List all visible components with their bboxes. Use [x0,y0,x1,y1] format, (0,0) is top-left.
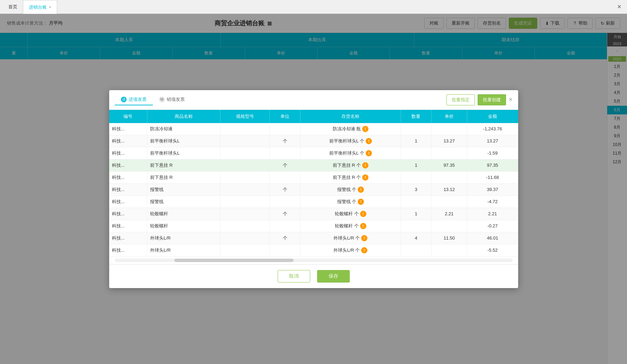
warning-icon: ! [366,138,372,144]
inventory-cell: 前下悬挂 R 个! [301,159,401,171]
qty-cell [401,220,432,232]
qty-cell [401,244,432,256]
tab-outgoing-invoice[interactable]: 销 销项发票 [153,94,191,105]
save-button[interactable]: 保存 [317,270,350,283]
warning-icon: ! [362,126,368,132]
spec-cell [220,147,269,159]
table-header-row: 编号 商品名称 规格型号 单位 存货名称 数量 单价 金额 [109,110,518,123]
unit-cell: 个 [270,183,301,196]
amount-cell: -11.68 [467,171,518,183]
warning-icon: ! [366,150,372,156]
qty-cell: 3 [401,183,432,196]
tab-current[interactable]: 进销台账 × [23,0,57,14]
unit-cell [270,123,301,135]
col-qty: 数量 [401,110,432,123]
warning-icon: ! [358,187,364,193]
inventory-cell: 防冻冷却液 瓶! [301,123,401,135]
id-cell: 科技... [109,183,147,196]
modal-tabs: 进 进项发票 销 销项发票 [115,94,191,105]
name-cell: 前下悬挂 R [147,171,220,183]
id-cell: 科技... [109,244,147,256]
batch-create-button[interactable]: 批量创建 [478,94,506,105]
window-close-icon[interactable]: ✕ [617,3,621,10]
table-row: 科技...前平衡杆球头L个前平衡杆球头L 个!113.2713.27 [109,135,518,147]
horizontal-scrollbar-area[interactable] [109,257,518,264]
spec-cell [220,159,269,171]
unit-cell [270,220,301,232]
main-content: 销售成本计算方法： 月平均 商贸企业进销台账 ▦ 对账 重新开账 存货别名 生成… [0,14,627,364]
modal-header: 进 进项发票 销 销项发票 批量指定 批量创建 × [109,90,518,110]
price-cell: 11.50 [432,232,467,244]
amount-cell: 46.01 [467,232,518,244]
modal-footer: 取消 保存 [109,264,518,288]
warning-icon: ! [361,235,367,241]
id-cell: 科技... [109,208,147,220]
modal-table-container[interactable]: 编号 商品名称 规格型号 单位 存货名称 数量 单价 金额 科技...防冻冷却液… [109,110,518,257]
horizontal-scrollbar[interactable] [115,259,513,262]
name-cell: 前下悬挂 R [147,159,220,171]
name-cell: 外球头L/R [147,244,220,256]
amount-cell: 39.37 [467,183,518,196]
id-cell: 科技... [109,220,147,232]
incoming-tab-icon: 进 [121,97,127,102]
unit-cell [270,147,301,159]
spec-cell [220,208,269,220]
warning-icon: ! [360,223,366,229]
unit-cell: 个 [270,232,301,244]
name-cell: 轮毂螺杆 [147,208,220,220]
table-row: 科技...轮毂螺杆轮毂螺杆 个!-0.27 [109,220,518,232]
amount-cell: 97.35 [467,159,518,171]
tab-incoming-invoice[interactable]: 进 进项发票 [115,94,153,105]
inventory-cell: 报警线 个! [301,196,401,208]
unit-cell [270,196,301,208]
warning-icon: ! [362,174,368,181]
inventory-cell: 轮毂螺杆 个! [301,208,401,220]
inventory-cell: 报警线 个! [301,183,401,196]
tab-close-icon[interactable]: × [49,5,51,10]
cancel-button[interactable]: 取消 [278,270,310,283]
spec-cell [220,220,269,232]
warning-icon: ! [362,162,368,168]
inventory-cell: 轮毂螺杆 个! [301,220,401,232]
col-spec: 规格型号 [220,110,269,123]
modal-close-icon[interactable]: × [509,96,513,103]
batch-assign-button[interactable]: 批量指定 [446,94,475,105]
table-row: 科技...前平衡杆球头L前平衡杆球头L 个!-1.59 [109,147,518,159]
qty-cell: 4 [401,232,432,244]
spec-cell [220,183,269,196]
col-id: 编号 [109,110,147,123]
price-cell: 13.12 [432,183,467,196]
spec-cell [220,244,269,256]
name-cell: 防冻冷却液 [147,123,220,135]
outgoing-tab-label: 销项发票 [167,96,185,103]
table-row: 科技...外球头L/R个外球头L/R 个!411.5046.01 [109,232,518,244]
amount-cell: -1,243.76 [467,123,518,135]
amount-cell: 2.21 [467,208,518,220]
name-cell: 前平衡杆球头L [147,135,220,147]
amount-cell: -5.52 [467,244,518,256]
name-cell: 外球头L/R [147,232,220,244]
scrollbar-thumb[interactable] [174,259,294,262]
qty-cell [401,171,432,183]
spec-cell [220,171,269,183]
price-cell: 97.35 [432,159,467,171]
price-cell [432,220,467,232]
price-cell [432,244,467,256]
unit-cell [270,171,301,183]
id-cell: 科技... [109,196,147,208]
col-unit-price: 单价 [432,110,467,123]
spec-cell [220,232,269,244]
spec-cell [220,135,269,147]
warning-icon: ! [361,247,367,253]
inventory-cell: 前平衡杆球头L 个! [301,135,401,147]
name-cell: 报警线 [147,196,220,208]
unit-cell: 个 [270,159,301,171]
id-cell: 科技... [109,232,147,244]
id-cell: 科技... [109,171,147,183]
col-name: 商品名称 [147,110,220,123]
tab-current-label: 进销台账 [29,4,47,10]
id-cell: 科技... [109,147,147,159]
table-row: 科技...报警线个报警线 个!313.1239.37 [109,183,518,196]
name-cell: 轮毂螺杆 [147,220,220,232]
tab-home[interactable]: 首页 [3,0,23,14]
